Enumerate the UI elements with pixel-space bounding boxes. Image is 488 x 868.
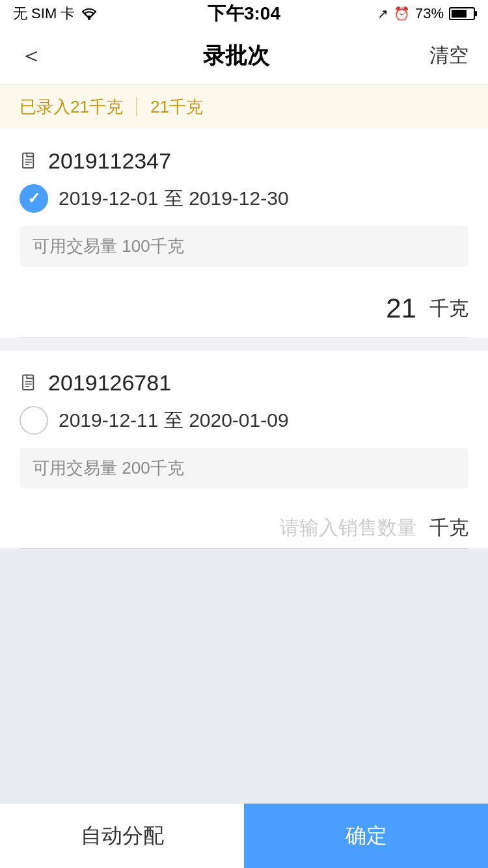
batch-header-1: 2019112347: [20, 148, 468, 174]
batch-card-1: 2019112347 ✓ 2019-12-01 至 2019-12-30 可用交…: [0, 129, 488, 338]
confirm-button[interactable]: 确定: [244, 804, 488, 868]
status-right: ↗ ⏰ 73%: [377, 5, 475, 22]
unit-label-1: 千克: [429, 295, 468, 322]
batch-date-1: 2019-12-01 至 2019-12-30: [59, 185, 289, 212]
quantity-placeholder-2[interactable]: 请输入销售数量: [20, 515, 416, 541]
battery-icon: [449, 7, 475, 20]
quantity-value-1[interactable]: 21: [386, 293, 416, 324]
radio-2[interactable]: [20, 406, 48, 435]
available-text-1: 可用交易量 100千克: [33, 236, 184, 256]
batch-date-row-2[interactable]: 2019-12-11 至 2020-01-09: [20, 406, 468, 435]
battery-percent: 73%: [415, 5, 444, 22]
alarm-icon: ⏰: [394, 6, 410, 21]
status-bar: 无 SIM 卡 下午3:04 ↗ ⏰ 73%: [0, 0, 488, 27]
unit-label-2: 千克: [429, 515, 468, 541]
info-divider: [136, 97, 137, 116]
svg-rect-5: [23, 375, 33, 390]
status-left: 无 SIM 卡: [13, 4, 98, 23]
info-amount: 21千克: [150, 96, 203, 118]
bottom-buttons: 自动分配 确定: [0, 803, 488, 868]
batch-number-1: 2019112347: [48, 148, 171, 174]
recorded-label: 已录入21千克: [20, 96, 123, 118]
carrier-label: 无 SIM 卡: [13, 4, 75, 23]
svg-rect-1: [23, 153, 33, 168]
status-time: 下午3:04: [208, 1, 280, 26]
svg-point-0: [88, 18, 90, 20]
location-icon: ↗: [377, 6, 388, 21]
check-icon-1: ✓: [27, 189, 40, 208]
batch-date-row-1[interactable]: ✓ 2019-12-01 至 2019-12-30: [20, 184, 468, 213]
clear-button[interactable]: 清空: [429, 42, 468, 69]
quantity-row-2: 请输入销售数量 千克: [20, 502, 468, 549]
available-box-1: 可用交易量 100千克: [20, 226, 468, 267]
card-separator-1: [0, 338, 488, 351]
batch-date-2: 2019-12-11 至 2020-01-09: [59, 407, 289, 434]
auto-distribute-button[interactable]: 自动分配: [0, 804, 244, 868]
quantity-row-1: 21 千克: [20, 280, 468, 338]
nav-bar: ＜ 录批次 清空: [0, 27, 488, 85]
doc-icon-2: [20, 373, 39, 393]
available-text-2: 可用交易量 200千克: [33, 458, 184, 478]
radio-1[interactable]: ✓: [20, 184, 48, 213]
wifi-icon: [80, 7, 98, 21]
back-button[interactable]: ＜: [20, 40, 43, 72]
doc-icon-1: [20, 152, 39, 171]
available-box-2: 可用交易量 200千克: [20, 448, 468, 489]
batch-number-2: 2019126781: [48, 370, 171, 396]
info-banner: 已录入21千克 21千克: [0, 85, 488, 129]
batch-card-2: 2019126781 2019-12-11 至 2020-01-09 可用交易量…: [0, 351, 488, 549]
page-title: 录批次: [203, 41, 269, 71]
batch-header-2: 2019126781: [20, 370, 468, 396]
